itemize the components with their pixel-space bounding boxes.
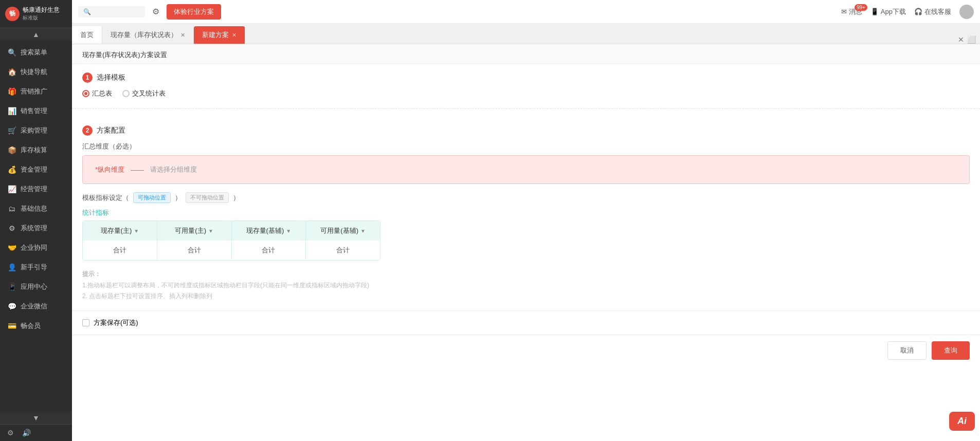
logo-text: 畅康通好生意 标准版	[23, 6, 60, 22]
stats-body-3: 合计	[306, 241, 380, 260]
section2-label: 方案配置	[97, 126, 125, 135]
stats-title: 统计指标	[82, 208, 970, 217]
topbar-search-box[interactable]: 🔍	[78, 6, 145, 17]
stats-table-body: 合计 合计 合计 合计	[83, 241, 380, 260]
sidebar-scroll-up[interactable]: ▲	[0, 28, 72, 41]
radio-crosstab-circle	[122, 90, 130, 97]
chart-icon: 📈	[7, 185, 16, 194]
section1-label: 选择模板	[97, 73, 125, 82]
tab-new-plan-close[interactable]: ✕	[232, 32, 237, 39]
stats-col-2[interactable]: 现存量(基辅) ▼	[232, 221, 306, 241]
search-icon: 🔍	[7, 48, 16, 57]
summary-dimension-group: 汇总维度（必选） *纵向维度 —— 请选择分组维度	[82, 142, 970, 184]
step1-badge: 1	[82, 72, 93, 83]
dimension-selector[interactable]: *纵向维度 —— 请选择分组维度	[82, 155, 970, 184]
indicator-setting: 模板指标设定（ 可拖动位置 ） 不可拖动位置 ） 统计指标 现存量(主) ▼	[82, 192, 970, 302]
tab-home[interactable]: 首页	[72, 26, 102, 44]
page-title: 现存量(库存状况表)方案设置	[72, 44, 980, 64]
sidebar-item-marketing[interactable]: 🎁 营销推广	[0, 82, 72, 101]
sidebar-logo: 畅 畅康通好生意 标准版	[0, 0, 72, 28]
stats-body-2: 合计	[232, 241, 306, 260]
stats-table: 现存量(主) ▼ 可用量(主) ▼ 现存量(基辅) ▼	[82, 220, 380, 261]
vertical-dimension-label: *纵向维度	[95, 165, 124, 174]
search-icon-topbar: 🔍	[83, 8, 91, 15]
message-button[interactable]: ✉ 消息 99+	[841, 7, 862, 16]
sidebar-item-purchase[interactable]: 🛒 采购管理	[0, 121, 72, 140]
sidebar-item-wechat[interactable]: 💬 企业微信	[0, 297, 72, 316]
home-icon: 🏠	[7, 67, 16, 77]
stats-col-3[interactable]: 可用量(基辅) ▼	[306, 221, 380, 241]
gift-icon: 🎁	[7, 87, 16, 96]
sidebar-item-system[interactable]: ⚙ 系统管理	[0, 218, 72, 238]
service-icon: 🎧	[914, 8, 922, 15]
indicator-label: 模板指标设定（ 可拖动位置 ） 不可拖动位置 ）	[82, 192, 970, 203]
sidebar-item-enterprise[interactable]: 🤝 企业协同	[0, 238, 72, 258]
sidebar-item-finance[interactable]: 💰 资金管理	[0, 160, 72, 179]
money-icon: 💰	[7, 165, 16, 174]
tab-maximize-icon[interactable]: ⬜	[967, 35, 976, 44]
query-button[interactable]: 查询	[932, 341, 970, 360]
online-service-button[interactable]: 🎧 在线客服	[914, 7, 951, 16]
ai-button[interactable]: Ai	[949, 412, 975, 431]
radio-crosstab[interactable]: 交叉统计表	[122, 89, 166, 98]
sidebar-item-member[interactable]: 💳 畅会员	[0, 316, 72, 336]
cancel-button[interactable]: 取消	[887, 341, 927, 360]
section-template: 1 选择模板 汇总表 交叉统计表	[72, 64, 980, 106]
message-icon: ✉	[841, 8, 847, 15]
user-avatar[interactable]	[959, 5, 974, 19]
sidebar-nav: 🔍 搜索菜单 🏠 快捷导航 🎁 营销推广 📊 销售管理 🛒 采购管理 📦 库存核…	[0, 41, 72, 412]
sidebar-item-sales[interactable]: 📊 销售管理	[0, 101, 72, 121]
handshake-icon: 🤝	[7, 243, 16, 252]
cart-icon: 🛒	[7, 126, 16, 135]
box-icon: 📦	[7, 145, 16, 155]
stats-col-0[interactable]: 现存量(主) ▼	[83, 221, 157, 241]
summary-dimension-label: 汇总维度（必选）	[82, 142, 970, 151]
section-config: 2 方案配置 汇总维度（必选） *纵向维度 —— 请选择分组维度 模板指标设定（…	[72, 117, 980, 310]
bottom-actions: 取消 查询	[72, 335, 980, 366]
search-input[interactable]	[93, 8, 134, 15]
draggable-badge: 可拖动位置	[133, 192, 171, 203]
message-badge: 99+	[855, 4, 867, 11]
sidebar-item-newuser[interactable]: 👤 新手引导	[0, 258, 72, 277]
trial-plan-button[interactable]: 体验行业方案	[167, 4, 221, 20]
stats-body-0: 合计	[83, 241, 157, 260]
chevron-down-icon-3: ▼	[360, 228, 366, 234]
tab-close-icon[interactable]: ✕	[958, 35, 964, 44]
gear-icon: ⚙	[7, 224, 16, 233]
non-draggable-badge: 不可拖动位置	[186, 192, 229, 203]
radio-summary-circle	[82, 90, 89, 97]
stats-col-1[interactable]: 可用量(主) ▼	[157, 221, 232, 241]
stats-section: 统计指标 现存量(主) ▼ 可用量(主) ▼	[82, 208, 970, 261]
radio-summary[interactable]: 汇总表	[82, 89, 112, 98]
section1-title: 1 选择模板	[82, 72, 970, 83]
speaker-icon[interactable]: 🔊	[22, 429, 31, 437]
sidebar-scroll-down[interactable]: ▼	[0, 412, 72, 424]
chevron-down-icon-0: ▼	[134, 228, 139, 234]
card-icon: 💳	[7, 321, 16, 330]
main-area: 🔍 ⚙ 体验行业方案 ✉ 消息 99+ 📱 App下载 🎧 在线客服 首页	[72, 0, 980, 441]
sidebar-item-shortcut[interactable]: 🏠 快捷导航	[0, 62, 72, 82]
settings-icon[interactable]: ⚙	[7, 429, 14, 437]
tab-inventory-close[interactable]: ✕	[180, 32, 185, 39]
mobile-icon: 📱	[7, 282, 16, 291]
template-radio-group: 汇总表 交叉统计表	[82, 89, 970, 98]
logo-icon: 畅	[5, 7, 20, 21]
tab-new-plan[interactable]: 新建方案 ✕	[194, 26, 245, 44]
sidebar-item-basic[interactable]: 🗂 基础信息	[0, 199, 72, 218]
sidebar-item-search[interactable]: 🔍 搜索菜单	[0, 43, 72, 62]
sidebar-item-operations[interactable]: 📈 经营管理	[0, 179, 72, 199]
tabs-right-actions: ✕ ⬜	[958, 35, 980, 44]
tab-inventory[interactable]: 现存量（库存状况表） ✕	[102, 26, 194, 44]
download-icon: 📱	[870, 8, 879, 15]
section2-title: 2 方案配置	[82, 125, 970, 136]
save-plan-label: 方案保存(可选)	[94, 318, 138, 327]
topbar-gear-icon[interactable]: ⚙	[150, 5, 161, 19]
stats-body-1: 合计	[157, 241, 232, 260]
sidebar-item-appcenter[interactable]: 📱 应用中心	[0, 277, 72, 297]
section-divider-1	[72, 108, 980, 109]
app-download-button[interactable]: 📱 App下载	[870, 7, 906, 16]
page-content: 现存量(库存状况表)方案设置 1 选择模板 汇总表 交叉统计表 2	[72, 44, 980, 441]
sales-icon: 📊	[7, 106, 16, 116]
save-plan-checkbox[interactable]	[82, 319, 89, 326]
sidebar-item-inventory[interactable]: 📦 库存核算	[0, 140, 72, 160]
